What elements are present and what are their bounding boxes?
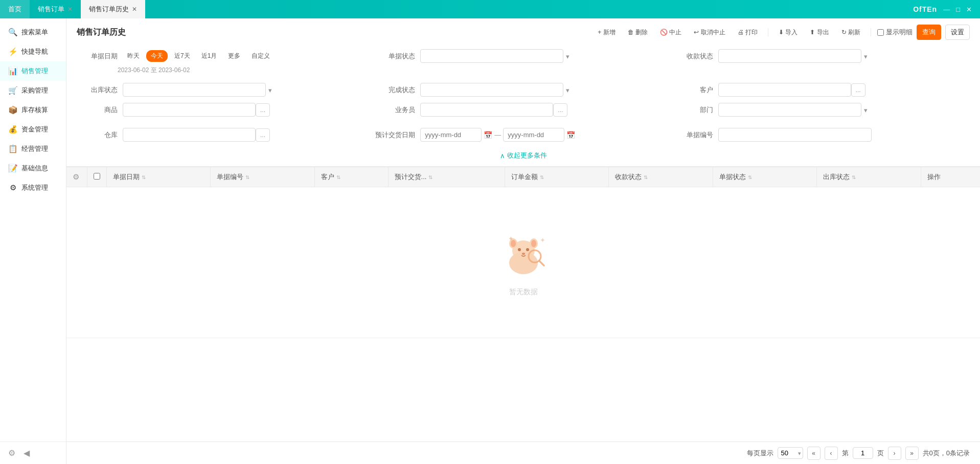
tab-close-sales-order[interactable]: ✕	[67, 6, 73, 13]
purchase-icon: 🛒	[8, 86, 17, 95]
toolbar-divider	[768, 28, 768, 36]
customer-dots-btn[interactable]: ...	[851, 83, 865, 97]
query-button[interactable]: 查询	[917, 25, 941, 40]
receipt-status-select[interactable]	[718, 49, 861, 63]
estimated-from-input[interactable]	[420, 128, 482, 142]
sidebar-item-quick-nav[interactable]: ⚡ 快捷导航	[0, 42, 66, 61]
sidebar-item-sales[interactable]: 📊 销售管理	[0, 61, 66, 81]
new-button[interactable]: + 新增	[594, 26, 619, 39]
maximize-btn[interactable]: □	[956, 6, 960, 13]
date-btn-custom[interactable]: 自定义	[247, 50, 275, 62]
sidebar: 🔍 搜索菜单 ⚡ 快捷导航 📊 销售管理 🛒 采购管理 📦 库存核算 💰 资金管…	[0, 18, 66, 464]
refresh-button[interactable]: ↻ 刷新	[837, 26, 864, 39]
base-info-icon: 📝	[8, 164, 17, 173]
filter-cell-outbound: 出库状态	[77, 80, 374, 100]
sort-amount-icon[interactable]: ⇅	[540, 174, 544, 180]
page-size-select[interactable]: 50 10 20 100	[778, 447, 803, 459]
brand-label: OfTEn	[913, 5, 937, 13]
calendar-to-icon[interactable]: 📅	[566, 131, 575, 139]
delete-button[interactable]: 🗑 删除	[624, 26, 652, 39]
prev-page-btn[interactable]: ‹	[825, 447, 838, 460]
stop-button[interactable]: 🚫 中止	[656, 26, 686, 39]
salesperson-dots-btn[interactable]: ...	[553, 103, 567, 117]
page-input[interactable]	[853, 447, 873, 459]
sort-outbound-icon[interactable]: ⇅	[852, 174, 856, 180]
sidebar-item-purchase[interactable]: 🛒 采购管理	[0, 81, 66, 100]
product-input[interactable]	[123, 103, 256, 117]
total-records: 共0页，0条记录	[923, 449, 970, 458]
sidebar-item-system[interactable]: ⚙ 系统管理	[0, 178, 66, 197]
sidebar-item-base-info[interactable]: 📝 基础信息	[0, 159, 66, 178]
sort-order-status-icon[interactable]: ⇅	[748, 174, 752, 180]
order-status-select[interactable]	[420, 49, 563, 63]
order-number-input[interactable]	[718, 128, 872, 142]
close-btn[interactable]: ✕	[966, 6, 972, 13]
import-button[interactable]: ⬇ 导入	[774, 26, 802, 39]
top-bar-right: OfTEn — □ ✕	[913, 5, 980, 13]
sidebar-collapse-icon[interactable]: ◀	[24, 448, 30, 458]
sidebar-gear-icon[interactable]: ⚙	[8, 448, 15, 458]
show-detail-input[interactable]	[877, 29, 884, 36]
minimize-btn[interactable]: —	[943, 6, 950, 13]
warehouse-dots-btn[interactable]: ...	[256, 128, 270, 142]
date-range-text: 2023-06-02 至 2023-06-02	[118, 66, 190, 75]
print-button[interactable]: 🖨 打印	[734, 26, 762, 39]
date-btn-7days[interactable]: 近7天	[170, 50, 195, 62]
completion-select[interactable]	[420, 83, 563, 97]
sidebar-item-operations[interactable]: 📋 经营管理	[0, 139, 66, 159]
date-btn-1month[interactable]: 近1月	[197, 50, 222, 62]
sort-date-icon[interactable]: ⇅	[142, 174, 146, 180]
page-size-label: 每页显示	[747, 449, 773, 458]
quick-nav-icon: ⚡	[8, 47, 17, 56]
table-header-row: ⚙ 单据日期 ⇅ 单据编号	[66, 167, 980, 187]
estimated-to-input[interactable]	[503, 128, 564, 142]
warehouse-input[interactable]	[123, 128, 256, 142]
customer-input[interactable]	[718, 83, 851, 97]
date-btn-more[interactable]: 更多	[223, 50, 245, 62]
tab-home[interactable]: 首页	[0, 0, 30, 18]
sidebar-label-purchase: 采购管理	[21, 86, 48, 95]
cancel-stop-button[interactable]: ↩ 取消中止	[690, 26, 729, 39]
date-btn-today[interactable]: 今天	[146, 50, 168, 62]
settings-button[interactable]: 设置	[945, 25, 970, 40]
filter-row-3: 商品 ... 业务员 ... 部门	[77, 100, 970, 120]
sidebar-label-quick-nav: 快捷导航	[21, 47, 48, 56]
table-gear-icon[interactable]: ⚙	[73, 172, 79, 181]
collapse-icon: ∧	[500, 152, 505, 160]
date-dash: —	[494, 131, 501, 139]
collapse-btn[interactable]: ∧ 收起更多条件	[77, 149, 970, 162]
export-button[interactable]: ⬆ 导出	[806, 26, 833, 39]
sort-number-icon[interactable]: ⇅	[245, 174, 249, 180]
next-page-btn[interactable]: ›	[888, 447, 901, 460]
svg-line-10	[539, 261, 544, 266]
sort-receipt-icon[interactable]: ⇅	[644, 174, 648, 180]
salesperson-input[interactable]	[420, 103, 553, 117]
estimated-delivery-label: 预计交货日期	[374, 130, 420, 140]
filter-cell-estimated-delivery: 预计交货日期 📅 — 📅	[374, 125, 672, 145]
sort-customer-icon[interactable]: ⇅	[336, 174, 340, 180]
show-detail-checkbox[interactable]: 显示明细	[877, 28, 913, 37]
sidebar-item-inventory[interactable]: 📦 库存核算	[0, 100, 66, 120]
inventory-icon: 📦	[8, 105, 17, 115]
outbound-select[interactable]	[123, 83, 266, 97]
salesperson-label: 业务员	[374, 105, 420, 115]
sidebar-bottom: ⚙ ◀	[0, 441, 66, 464]
sidebar-item-finance[interactable]: 💰 资金管理	[0, 120, 66, 139]
select-all-checkbox[interactable]	[94, 173, 100, 180]
department-select[interactable]	[718, 103, 861, 117]
data-table: ⚙ 单据日期 ⇅ 单据编号	[66, 167, 980, 338]
department-select-wrapper	[718, 103, 872, 117]
th-actions: 操作	[921, 167, 980, 187]
th-checkbox	[87, 167, 106, 187]
th-customer: 客户 ⇅	[314, 167, 388, 187]
date-btn-yesterday[interactable]: 昨天	[123, 50, 144, 62]
last-page-btn[interactable]: »	[905, 447, 919, 460]
sidebar-item-search-menu[interactable]: 🔍 搜索菜单	[0, 23, 66, 42]
tab-sales-order-history[interactable]: 销售订单历史 ✕	[81, 0, 145, 18]
calendar-from-icon[interactable]: 📅	[484, 131, 492, 139]
first-page-btn[interactable]: «	[807, 447, 821, 460]
tab-close-history[interactable]: ✕	[132, 6, 137, 13]
sort-estimated-icon[interactable]: ⇅	[428, 174, 432, 180]
tab-sales-order[interactable]: 销售订单 ✕	[30, 0, 81, 18]
product-dots-btn[interactable]: ...	[256, 103, 270, 117]
